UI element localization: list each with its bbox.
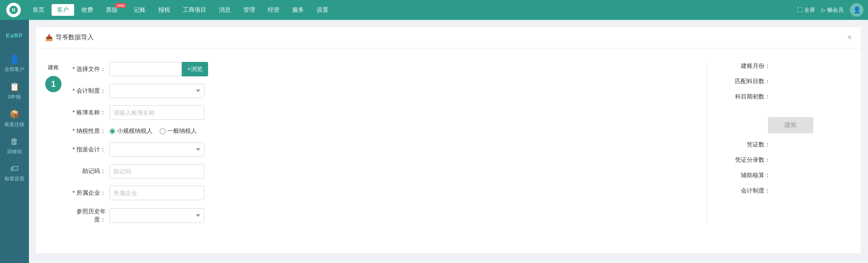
voucher-entries-label: 凭证分录数： <box>730 156 770 164</box>
build-account-button[interactable]: 建账 <box>768 117 813 133</box>
sidebar-label-all-clients: 全部客户 <box>5 66 24 73</box>
new-badge: new <box>115 3 126 8</box>
tag-icon: 🏷 <box>10 164 19 174</box>
nav-item-message[interactable]: 消息 <box>213 4 236 16</box>
dialog-card: 📥 导爷数据导入 × 建账 1 <box>36 27 861 253</box>
accounting-system-row: 会计制度： <box>730 187 852 195</box>
memo-row: 助记码： <box>69 164 208 178</box>
aux-row: 辅助核算： <box>730 171 852 179</box>
match-row: 匹配科目数： <box>730 77 852 85</box>
form-container: 建账 1 * 选择文件： +浏览 <box>36 48 861 233</box>
top-nav: 首页 客户 收费 票据 new 记账 报税 工商项目 消息 管理 经营 服务 设… <box>0 0 868 20</box>
file-label: * 选择文件： <box>69 65 109 73</box>
dialog-header: 📥 导爷数据导入 × <box>36 27 861 48</box>
company-label: * 所属企业： <box>69 189 109 197</box>
file-input[interactable] <box>109 62 182 76</box>
nav-item-service[interactable]: 服务 <box>287 4 309 16</box>
nav-item-home[interactable]: 首页 <box>27 4 50 16</box>
browse-button[interactable]: +浏览 <box>182 62 208 76</box>
voucher-label: 凭证数： <box>730 141 770 149</box>
period-label: 科目期初数： <box>730 93 770 101</box>
ledger-row: * 账簿名称： <box>69 105 208 120</box>
ledger-input[interactable] <box>109 105 204 120</box>
tax-option1-label[interactable]: 小规模纳税人 <box>109 127 152 135</box>
tax-radio1[interactable] <box>109 128 115 134</box>
fullscreen-button[interactable]: ⛶ 全屏 <box>797 6 815 14</box>
month-row: 建账月份： <box>730 62 852 70</box>
tax-option1-text: 小规模纳税人 <box>117 127 152 135</box>
history-label: 参照历史年度： <box>69 207 109 224</box>
accounting-select[interactable] <box>109 84 204 98</box>
sidebar-item-tag-settings[interactable]: 🏷 标签设置 <box>1 160 28 186</box>
accounting-row: * 会计制度： <box>69 84 208 98</box>
company-row: * 所属企业： <box>69 186 208 200</box>
nav-item-business[interactable]: 工商项目 <box>177 4 212 16</box>
fullscreen-icon: ⛶ <box>797 7 802 13</box>
content-area: 📥 导爷数据导入 × 建账 1 <box>29 20 868 263</box>
voucher-entries-row: 凭证分录数： <box>730 156 852 164</box>
nav-item-tax[interactable]: 报税 <box>153 4 175 16</box>
fullscreen-label: 全屏 <box>804 6 815 14</box>
step-badge: 1 <box>45 76 62 92</box>
tax-radio2[interactable] <box>160 128 166 134</box>
sidebar-label-zero-report: 0申报 <box>8 94 21 100</box>
nav-item-manage[interactable]: 管理 <box>238 4 261 16</box>
migrate-icon: 📦 <box>9 109 19 119</box>
voucher-row: 凭证数： <box>730 141 852 149</box>
company-input[interactable] <box>109 186 204 200</box>
tax-option2-text: 一般纳税人 <box>167 127 197 135</box>
logo-svg <box>9 5 19 15</box>
tax-option2-label[interactable]: 一般纳税人 <box>160 127 197 135</box>
history-select[interactable] <box>109 208 204 223</box>
assign-label: * 指派会计： <box>69 146 109 154</box>
assign-select[interactable] <box>109 142 204 157</box>
tax-row: * 纳税性质： 小规模纳税人 一般纳税人 <box>69 127 208 135</box>
period-row: 科目期初数： <box>730 93 852 101</box>
sidebar-item-zero-report[interactable]: 📋 0申报 <box>1 78 28 104</box>
form-left: 建账 1 * 选择文件： +浏览 <box>45 62 697 224</box>
sidebar-item-migrate[interactable]: 📦 账套迁移 <box>1 106 28 132</box>
memo-input[interactable] <box>109 164 204 178</box>
history-row: 参照历史年度： <box>69 207 208 224</box>
nav-right: ⛶ 全屏 ▷ 畅会员 👤 <box>797 3 863 17</box>
logo-icon <box>6 3 21 17</box>
ledger-label: * 账簿名称： <box>69 108 109 117</box>
sidebar-item-all-clients[interactable]: 👤 全部客户 <box>1 51 28 76</box>
sidebar-item-trash[interactable]: 🗑 回收站 <box>1 133 28 159</box>
sidebar-label-trash: 回收站 <box>7 148 22 155</box>
file-row: * 选择文件： +浏览 <box>69 62 208 76</box>
assign-row: * 指派会计： <box>69 142 208 157</box>
memo-label: 助记码： <box>69 167 109 175</box>
dialog-title-text: 导爷数据导入 <box>56 33 94 42</box>
nav-items: 首页 客户 收费 票据 new 记账 报税 工商项目 消息 管理 经营 服务 设… <box>27 4 797 16</box>
vip-label: 畅会员 <box>827 6 844 14</box>
avatar[interactable]: 👤 <box>850 3 863 17</box>
step-label: 建账 <box>48 64 59 71</box>
nav-item-bookkeeping[interactable]: 记账 <box>128 4 151 16</box>
nav-item-settings[interactable]: 设置 <box>311 4 334 16</box>
tax-label: * 纳税性质： <box>69 127 109 135</box>
accounting-system-label: 会计制度： <box>730 187 770 195</box>
avatar-icon: 👤 <box>853 6 861 14</box>
sidebar-label-migrate: 账套迁移 <box>5 121 24 128</box>
vip-button[interactable]: ▷ 畅会员 <box>821 6 844 14</box>
month-label: 建账月份： <box>730 62 770 70</box>
match-label: 匹配科目数： <box>730 77 770 85</box>
main-layout: EaRP 👤 全部客户 📋 0申报 📦 账套迁移 🗑 回收站 🏷 标签设置 <box>0 20 868 263</box>
report-icon: 📋 <box>9 82 19 92</box>
nav-item-invoice[interactable]: 票据 new <box>100 4 127 16</box>
form-divider <box>707 62 707 224</box>
dialog-title: 📥 导爷数据导入 <box>45 33 94 42</box>
tax-radio-group: 小规模纳税人 一般纳税人 <box>109 127 197 135</box>
file-input-group: +浏览 <box>109 62 208 76</box>
form-right: 建账月份： 匹配科目数： 科目期初数： 建账 凭证 <box>716 62 852 224</box>
trash-icon: 🗑 <box>10 137 19 146</box>
import-icon: 📥 <box>45 34 53 41</box>
sidebar-logo: EaRP <box>1 23 28 47</box>
nav-item-operation[interactable]: 经营 <box>262 4 285 16</box>
close-button[interactable]: × <box>848 33 852 42</box>
logo <box>5 1 23 19</box>
form-fields: * 选择文件： +浏览 * 会计制度： <box>69 62 208 224</box>
nav-item-client[interactable]: 客户 <box>52 4 74 16</box>
nav-item-fee[interactable]: 收费 <box>76 4 99 16</box>
